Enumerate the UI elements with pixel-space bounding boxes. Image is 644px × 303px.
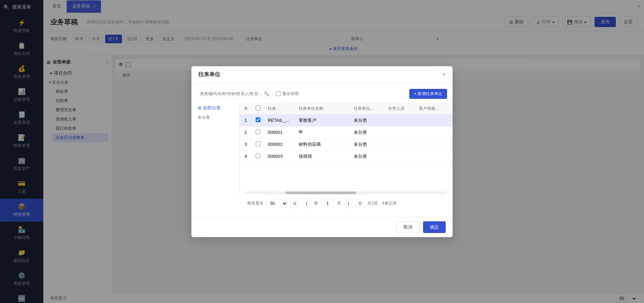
dialog-body: 🔍 显示停用 + 新增往来单位 ⊞ 全部分类 [191, 83, 453, 217]
dialog-search-box[interactable]: 🔍 [197, 90, 273, 98]
row-num-3: 3 [240, 142, 252, 147]
row-check-2[interactable] [252, 129, 264, 135]
modal-overlay: 往来单位 × 🔍 显示停用 + 新增往来单位 [0, 0, 644, 303]
dialog-close-button[interactable]: × [442, 71, 446, 78]
cancel-label: 取消 [403, 224, 412, 230]
row-code-3: 000002 [264, 142, 295, 147]
header-checkbox[interactable] [256, 106, 260, 110]
row-name-3: 材料供应商 [295, 141, 350, 148]
add-btn-label: + 新增往来单位 [414, 91, 442, 97]
row-name-4: 张筛得 [295, 153, 350, 160]
row-num-4: 4 [240, 154, 252, 159]
tree-all-icon: ⊞ [198, 105, 203, 110]
show-disabled-checkbox[interactable] [276, 91, 281, 96]
row-num-1: 1 [240, 118, 252, 123]
horizontal-scrollbar[interactable] [245, 191, 447, 194]
last-page-button[interactable]: ⟩⟩ [356, 199, 365, 208]
page-unit-label: 页 [337, 200, 341, 206]
row-check-4[interactable] [252, 153, 264, 159]
add-partner-button[interactable]: + 新增往来单位 [409, 89, 447, 99]
row-num-2: 2 [240, 130, 252, 135]
col-check-header[interactable] [252, 106, 264, 112]
table-row[interactable]: 1 RETAIL_... 零散客户 未分类 [240, 115, 453, 127]
confirm-label: 确定 [430, 224, 439, 230]
col-type-header: 往来单位... [350, 106, 385, 112]
row-check-3[interactable] [252, 141, 264, 147]
next-page-button[interactable]: ⟩ [344, 199, 353, 208]
total-info-label: 共1页，4条记录 [367, 200, 397, 206]
dialog-tree: ⊞ 全部分类 未分类 [191, 103, 240, 196]
dialog-pagination: 每页显示 50 ⟨⟨ ⟨ 第 页 ⟩ ⟩⟩ 共1页，4条记录 [191, 196, 453, 211]
dialog-title: 往来单位 [198, 71, 220, 78]
row-code-4: 000003 [264, 154, 295, 159]
dialog-toolbar: 🔍 显示停用 + 新增往来单位 [191, 89, 453, 103]
partner-dialog: 往来单位 × 🔍 显示停用 + 新增往来单位 [191, 66, 453, 237]
row-name-1: 零散客户 [295, 117, 350, 124]
dialog-split: ⊞ 全部分类 未分类 ⚙ 往来... [191, 103, 453, 196]
dialog-table: ⚙ 往来... 往来单位名称 往来单位... 分管人员 客户价格... 1 [240, 103, 453, 196]
scroll-thumb[interactable] [286, 191, 356, 194]
page-number-input[interactable] [321, 200, 334, 207]
dialog-header: 往来单位 × [191, 66, 453, 83]
per-page-label: 每页显示 [247, 200, 264, 206]
table-row[interactable]: 2 000001 甲 未分类 [240, 127, 453, 139]
per-page-select[interactable]: 50 [266, 199, 288, 208]
row-code-2: 000001 [264, 130, 295, 135]
row-type-4: 未分类 [350, 153, 385, 160]
col-person-header: 分管人员 [385, 106, 415, 112]
col-code-header: 往来... [264, 106, 295, 112]
col-price-header: 客户价格... [415, 106, 450, 112]
dialog-footer: 取消 确定 [191, 217, 453, 237]
row-type-1: 未分类 [350, 117, 385, 124]
col-settings-header[interactable]: ⚙ [240, 106, 252, 111]
row-type-3: 未分类 [350, 141, 385, 148]
col-name-header: 往来单位名称 [295, 106, 350, 112]
first-page-button[interactable]: ⟨⟨ [290, 199, 299, 208]
table-head-row: ⚙ 往来... 往来单位名称 往来单位... 分管人员 客户价格... [240, 103, 453, 115]
row-code-1: RETAIL_... [264, 118, 295, 123]
show-disabled-label[interactable]: 显示停用 [276, 91, 299, 97]
tree-item-uncategorized[interactable]: 未分类 [195, 113, 236, 122]
dialog-search-input[interactable] [200, 91, 262, 96]
prev-page-button[interactable]: ⟨ [302, 199, 311, 208]
row-name-2: 甲 [295, 129, 350, 136]
tree-item-all[interactable]: ⊞ 全部分类 [195, 103, 236, 113]
search-icon: 🔍 [264, 91, 269, 96]
row-type-2: 未分类 [350, 129, 385, 136]
confirm-button[interactable]: 确定 [423, 221, 446, 233]
cancel-button[interactable]: 取消 [396, 221, 420, 233]
table-row[interactable]: 3 000002 材料供应商 未分类 [240, 139, 453, 151]
table-row[interactable]: 4 000003 张筛得 未分类 [240, 151, 453, 163]
page-label: 第 [314, 200, 318, 206]
row-check-1[interactable] [252, 117, 264, 123]
